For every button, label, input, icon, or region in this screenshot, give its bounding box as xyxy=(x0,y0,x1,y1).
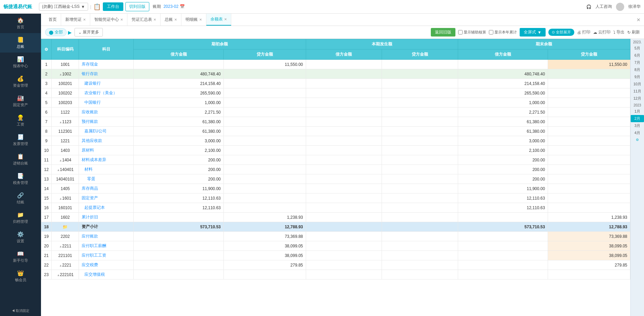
name-cell[interactable]: 应付职工薪酬 xyxy=(79,241,134,251)
right-panel-12[interactable]: 12月 xyxy=(631,95,644,102)
tab-new-voucher[interactable]: 新增凭证 ✕ xyxy=(61,14,90,26)
period-calendar-icon[interactable]: 📅 xyxy=(180,4,185,9)
name-cell[interactable]: 零蛋 xyxy=(79,174,134,184)
name-cell[interactable]: 建设银行 xyxy=(79,79,134,88)
tab-close-balance-sheet[interactable]: ✕ xyxy=(224,17,227,21)
name-cell[interactable]: 起提票记本 xyxy=(79,203,134,213)
nav-arrow-icon[interactable]: ▶ xyxy=(68,30,72,35)
sidebar-item-funds[interactable]: 💰 资金管理 xyxy=(0,72,41,91)
expand-all-toggle[interactable]: ⊙ 全部展开 xyxy=(548,29,574,36)
tab-close-voucher-summary[interactable]: ✕ xyxy=(153,18,156,21)
current-credit-cell xyxy=(382,222,458,232)
right-panel-4[interactable]: 4月 xyxy=(631,129,644,137)
export-button[interactable]: ⤵ 导出 xyxy=(613,29,625,35)
right-panel-2[interactable]: 2月 xyxy=(631,115,644,122)
sidebar-item-guide[interactable]: 📖 新手引导 xyxy=(0,247,41,267)
right-panel-7[interactable]: 7月 xyxy=(631,59,644,66)
closing-debit-cell: 1,000.00 xyxy=(458,98,548,107)
name-cell[interactable]: 应付职工工资 xyxy=(79,251,134,260)
right-panel-9[interactable]: 9月 xyxy=(631,73,644,81)
name-cell[interactable]: 累计折旧 xyxy=(79,213,134,222)
right-panel-year-bottom: 2023 xyxy=(633,103,641,107)
tab-voucher-summary[interactable]: 凭证汇总表 ✕ xyxy=(127,14,161,26)
name-cell[interactable]: 应交增值税 xyxy=(79,270,134,279)
name-cell[interactable]: 应付账款 xyxy=(79,232,134,241)
gear-header[interactable]: ⚙ xyxy=(41,39,52,60)
tab-general-ledger[interactable]: 总账 ✕ xyxy=(161,14,181,26)
right-panel-settings[interactable]: ⚙ xyxy=(636,138,639,142)
right-panel-1[interactable]: 1月 xyxy=(631,108,644,115)
calendar-icon[interactable]: 📋 xyxy=(93,3,101,11)
workbench-button[interactable]: 工作台 xyxy=(103,2,123,11)
sidebar-item-home[interactable]: 🏠 首页 xyxy=(0,14,41,33)
company-selector[interactable]: (勿删) 江西融金-LSS ▼ xyxy=(39,3,88,11)
sidebar-item-assets[interactable]: 🏭 固定资产 xyxy=(0,91,41,111)
name-cell[interactable]: 中国银行 xyxy=(79,98,134,107)
name-cell[interactable]: 原材料 xyxy=(79,146,134,155)
checkbox-ytd[interactable] xyxy=(489,30,493,34)
sidebar-item-tax[interactable]: 📑 税务管理 xyxy=(0,169,41,189)
unpin-button[interactable]: ◀ 取消固定 xyxy=(0,306,41,316)
top-bar: 畅捷通易代账 (勿删) 江西融金-LSS ▼ | 📋 工作台 切到旧版 账期 2… xyxy=(0,0,644,14)
cloud-print-button[interactable]: ☁ 云打印 xyxy=(593,29,611,35)
consult-label[interactable]: 人工咨询 xyxy=(595,4,612,10)
name-cell[interactable]: 应交税费 xyxy=(79,260,134,270)
name-cell[interactable]: 资产小计 xyxy=(79,222,134,232)
closing-debit-cell xyxy=(458,251,548,260)
fullscreen-button[interactable]: 全屏式 ▼ xyxy=(520,28,546,37)
sidebar-item-settings[interactable]: ⚙️ 设置 xyxy=(0,228,41,247)
sidebar-item-purchase[interactable]: 📋 进销台账 xyxy=(0,150,41,169)
tab-detailed-ledger[interactable]: 明细账 ✕ xyxy=(181,14,206,26)
tab-close-new-voucher[interactable]: ✕ xyxy=(83,18,86,21)
name-cell[interactable]: 应收账款 xyxy=(79,107,134,117)
name-cell[interactable]: 其他应收款 xyxy=(79,136,134,146)
right-panel-3[interactable]: 3月 xyxy=(631,122,644,129)
checkbox-aux[interactable] xyxy=(458,30,463,34)
table-row: 171602累计折旧1,238.931,238.93 xyxy=(41,213,630,222)
right-panel-10[interactable]: 10月 xyxy=(631,81,644,88)
refresh-button[interactable]: ↻ 刷新 xyxy=(627,29,640,35)
right-panel-11[interactable]: 11月 xyxy=(631,88,644,95)
checkbox-ytd-label[interactable]: 显示本年累计 xyxy=(489,30,517,35)
sidebar-item-member[interactable]: 👑 畅会员 xyxy=(0,267,41,286)
name-cell[interactable]: 农业银行（美金） xyxy=(79,88,134,98)
settings-icon: ⚙️ xyxy=(17,231,24,238)
tab-close-general-ledger[interactable]: ✕ xyxy=(174,18,177,21)
print-button[interactable]: 🖨 打印 xyxy=(577,29,590,35)
tab-close-detailed-ledger[interactable]: ✕ xyxy=(199,18,202,21)
closing-debit-cell: 2,100.00 xyxy=(458,146,548,155)
right-panel-8[interactable]: 8月 xyxy=(631,66,644,73)
tab-close-smart-voucher[interactable]: ✕ xyxy=(120,18,123,21)
sidebar-item-tax-label: 税务管理 xyxy=(13,180,28,185)
sidebar-item-closing-label: 结账 xyxy=(17,200,24,205)
close-all-tabs-button[interactable]: ✕ xyxy=(636,17,641,23)
expand-more-button[interactable]: ⌄ 展开更多 xyxy=(74,28,103,37)
name-cell[interactable]: 材料成本差异 xyxy=(79,155,134,165)
name-cell[interactable]: 银行存款 xyxy=(79,69,134,79)
switch-version-button[interactable]: 切到旧版 xyxy=(125,2,149,11)
sidebar-item-invoice[interactable]: 🧾 发票管理 xyxy=(0,130,41,150)
name-cell[interactable]: 库存现金 xyxy=(79,60,134,69)
name-cell[interactable]: 库存商品 xyxy=(79,184,134,193)
sidebar-item-payroll[interactable]: 👷 工资 xyxy=(0,111,41,130)
tab-smart-voucher[interactable]: 智能凭证中心 ✕ xyxy=(90,14,127,26)
name-cell[interactable]: 嘉属EU公司 xyxy=(79,127,134,136)
name-cell[interactable]: 材料 xyxy=(79,165,134,174)
name-cell[interactable]: 固定资产 xyxy=(79,193,134,203)
right-panel-5[interactable]: 5月 xyxy=(631,45,644,52)
tab-home[interactable]: 首页 xyxy=(44,14,61,26)
tab-balance-sheet[interactable]: 余额表 ✕ xyxy=(206,14,231,26)
opening-credit-cell xyxy=(223,184,306,193)
name-cell[interactable]: 预付账款 xyxy=(79,117,134,127)
checkbox-aux-label[interactable]: 显示辅助核算 xyxy=(458,30,486,35)
sidebar-item-reports[interactable]: 📊 报表中心 xyxy=(0,53,41,72)
sidebar-item-archive[interactable]: 📁 归档管理 xyxy=(0,208,41,228)
sidebar-item-closing[interactable]: 🔗 结账 xyxy=(0,189,41,208)
return-old-button[interactable]: 返回旧版 xyxy=(431,28,455,37)
current-credit-cell xyxy=(382,193,458,203)
sidebar-item-ledger[interactable]: 📒 总账 xyxy=(0,33,41,53)
right-panel-6[interactable]: 6月 xyxy=(631,52,644,59)
filter-all-tag[interactable]: ⬤ 全部 xyxy=(45,28,67,36)
opening-credit-cell xyxy=(223,193,306,203)
code-cell: 1602 xyxy=(52,213,79,222)
